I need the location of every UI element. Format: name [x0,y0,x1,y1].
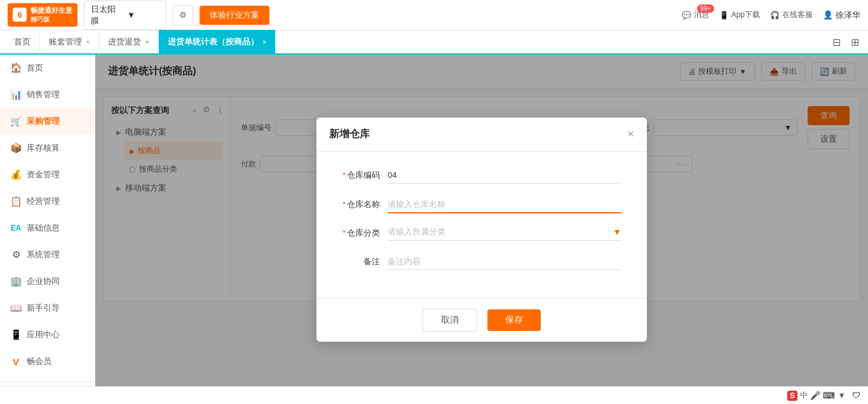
sidebar-home-label: 首页 [27,62,43,74]
sidebar-purchase-label: 采购管理 [27,116,60,127]
chinese-label: 中 [800,390,808,401]
tab-maximize-button[interactable]: ⊞ [847,35,863,50]
sidebar-sales-label: 销售管理 [27,89,60,100]
warehouse-code-row: *仓库编码 [342,167,621,184]
online-service-label: 在线客服 [782,10,813,20]
sidebar-item-operations[interactable]: 📋 经营管理 [0,188,95,215]
message-button[interactable]: 💬 消息 99+ [682,10,709,20]
tab-home[interactable]: 首页 [5,30,40,54]
tab-account-label: 账套管理 [49,36,82,48]
main-layout: 🏠 首页 📊 销售管理 🛒 采购管理 📦 库存核算 💰 资金管理 📋 经营管理 … [0,55,868,404]
s-logo-icon: S [787,391,797,401]
sidebar-item-vip[interactable]: V 畅会员 [0,348,95,375]
save-button[interactable]: 保存 [487,309,541,331]
tab-account[interactable]: 账套管理 × [40,30,99,54]
purchase-icon: 🛒 [10,116,22,127]
status-bar: S 中 🎤 ⌨ ▼ 🛡 [0,386,868,404]
sidebar-item-basic-info[interactable]: EA 基础信息 [0,215,95,241]
top-right-actions: 💬 消息 99+ 📱 App下载 🎧 在线客服 👤 徐泽华 [682,10,860,21]
apps-icon: 📱 [10,329,22,340]
category-label: 仓库分类 [347,228,380,238]
sidebar-inventory-label: 库存核算 [27,142,60,154]
tab-home-label: 首页 [14,36,31,48]
tab-minimize-button[interactable]: ⊟ [829,35,844,50]
content-area: 进货单统计(按商品) 🖨 按模板打印 ▼ 📤 导出 🔄 刷新 [95,55,868,404]
modal-footer: 取消 保存 [316,298,647,342]
home-icon: 🏠 [10,62,22,74]
warehouse-modal: 新增仓库 × *仓库编码 *仓库名称 [316,118,647,342]
tab-bar: 首页 账套管理 × 进货退货 × 进货单统计表（按商品） × ⊟ ⊞ [0,30,868,55]
sougou-input: S 中 🎤 ⌨ ▼ [787,390,846,401]
tab-purchase-return-label: 进货退货 [108,36,141,48]
tab-purchase-stats-close-icon[interactable]: × [262,38,266,46]
warehouse-remark-row: 备注 [342,253,621,270]
category-chevron-icon: ▼ [613,227,621,237]
name-label-wrapper: *仓库名称 [342,199,380,210]
sales-icon: 📊 [10,89,22,100]
vip-icon: V [10,356,22,367]
sidebar-item-apps[interactable]: 📱 应用中心 [0,321,95,348]
code-label: 仓库编码 [347,170,380,180]
remark-label: 备注 [342,256,380,267]
gear-icon: ⚙ [179,10,187,20]
tab-purchase-stats[interactable]: 进货单统计表（按商品） × [159,30,276,54]
mic-icon[interactable]: 🎤 [810,391,820,400]
store-selector[interactable]: 日太阳膜 ▼ [84,1,166,30]
modal-close-icon[interactable]: × [627,128,634,140]
message-icon: 💬 [682,11,691,20]
sidebar-item-sales[interactable]: 📊 销售管理 [0,81,95,108]
category-label-wrapper: *仓库分类 [342,227,380,239]
sidebar-item-guide[interactable]: 📖 新手引导 [0,295,95,321]
sidebar-apps-label: 应用中心 [27,329,60,340]
tab-account-close-icon[interactable]: × [86,38,90,46]
sidebar-item-finance[interactable]: 💰 资金管理 [0,161,95,188]
basic-info-icon: EA [10,224,22,232]
user-menu[interactable]: 👤 徐泽华 [823,10,860,21]
lang-chevron-icon[interactable]: ▼ [837,391,846,400]
sidebar-finance-label: 资金管理 [27,169,60,180]
name-label: 仓库名称 [347,199,380,209]
shield-icon: 🛡 [852,391,860,400]
sidebar-item-system[interactable]: ⚙ 系统管理 [0,241,95,268]
tab-purchase-return[interactable]: 进货退货 × [99,30,158,54]
modal-overlay[interactable]: 新增仓库 × *仓库编码 *仓库名称 [95,55,868,404]
tab-bar-right-actions: ⊟ ⊞ [829,35,868,50]
sidebar-basic-info-label: 基础信息 [27,222,60,234]
operations-icon: 📋 [10,196,22,207]
warehouse-category-select[interactable]: 请输入所属分类 ▼ [388,226,621,241]
modal-header: 新增仓库 × [316,118,647,152]
app-download-button[interactable]: 📱 App下载 [719,10,760,20]
warehouse-name-input[interactable] [388,196,621,213]
sidebar-enterprise-label: 企业协同 [27,276,60,287]
warehouse-category-row: *仓库分类 请输入所属分类 ▼ [342,226,621,241]
tab-purchase-return-close-icon[interactable]: × [145,38,149,46]
modal-body: *仓库编码 *仓库名称 *仓库分类 [316,152,647,298]
sidebar-vip-label: 畅会员 [27,356,51,367]
message-badge: 99+ [697,4,714,13]
user-icon: 👤 [823,10,833,20]
store-name: 日太阳膜 [91,4,123,27]
app-icon: 📱 [719,11,729,20]
warehouse-name-row: *仓库名称 [342,196,621,213]
online-service-button[interactable]: 🎧 在线客服 [770,10,813,20]
system-icon: ⚙ [10,249,22,260]
sidebar-operations-label: 经营管理 [27,196,60,207]
finance-icon: 💰 [10,169,22,180]
headset-icon: 🎧 [770,11,780,20]
warehouse-code-input[interactable] [388,167,621,184]
logo-sub: 精巧版 [31,15,72,24]
sidebar: 🏠 首页 📊 销售管理 🛒 采购管理 📦 库存核算 💰 资金管理 📋 经营管理 … [0,55,95,404]
warehouse-remark-input[interactable] [388,253,621,270]
chevron-down-icon: ▼ [127,10,159,20]
logo-title: 畅捷通好生意 [31,6,72,15]
sidebar-item-purchase[interactable]: 🛒 采购管理 [0,108,95,135]
settings-button[interactable]: ⚙ [173,5,193,25]
experience-button[interactable]: 体验行业方案 [200,6,269,25]
cancel-button[interactable]: 取消 [423,309,477,332]
sidebar-item-enterprise[interactable]: 🏢 企业协同 [0,268,95,295]
sidebar-item-home[interactable]: 🏠 首页 [0,55,95,81]
sidebar-item-inventory[interactable]: 📦 库存核算 [0,135,95,161]
keyboard-icon[interactable]: ⌨ [823,391,835,400]
app-download-label: App下载 [731,10,760,20]
modal-title: 新增仓库 [329,128,370,141]
